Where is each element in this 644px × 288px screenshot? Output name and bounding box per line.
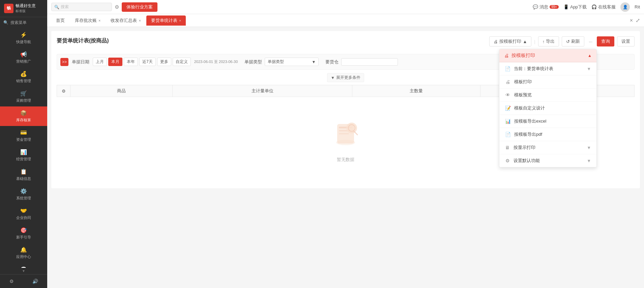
tabbar-actions: × ⤢ bbox=[630, 17, 640, 24]
date-btn-this-year[interactable]: 本年 bbox=[124, 58, 138, 66]
settings-button[interactable]: 设置 bbox=[617, 36, 635, 46]
date-range-display: 2023-06-01 至 2023-06-30 bbox=[194, 59, 238, 64]
sidebar-item-appstore[interactable]: 🔔 应用中心 bbox=[0, 243, 47, 263]
sidebar-bottom: ⚙ 🔊 bbox=[0, 274, 47, 288]
current-template-arrow: ▼ bbox=[587, 66, 591, 71]
more-actions-icon[interactable]: ··· bbox=[587, 37, 594, 46]
print-dropdown-item-export-pdf[interactable]: 📄 按模板导出pdf bbox=[499, 128, 596, 141]
sidebar-scroll-down[interactable]: ▼ bbox=[0, 268, 47, 274]
sidebar-item-marketing[interactable]: 📢 营销推广 bbox=[0, 48, 47, 67]
topbar-gear-icon[interactable]: ⚙ bbox=[115, 4, 119, 10]
app-logo-icon: 畅 bbox=[4, 4, 13, 13]
sidebar-item-operation[interactable]: 📊 经营管理 bbox=[0, 146, 47, 165]
query-button[interactable]: 查询 bbox=[597, 36, 614, 46]
tab-inventory-batch[interactable]: 库存批次账 × bbox=[70, 15, 105, 26]
sidebar-item-inventory[interactable]: 📦 库存核算 bbox=[0, 106, 47, 126]
app-download-item[interactable]: 📱 App下载 bbox=[563, 4, 587, 10]
topbar-search[interactable]: 🔍 搜索 bbox=[51, 3, 112, 11]
query-label: 查询 bbox=[601, 38, 610, 44]
tab-order-stats-close[interactable]: × bbox=[179, 19, 181, 23]
message-label: 消息 bbox=[539, 4, 548, 10]
tab-home[interactable]: 首页 bbox=[51, 15, 69, 26]
sidebar-item-label: 企业协同 bbox=[16, 215, 31, 220]
date-btn-last-month[interactable]: 上月 bbox=[93, 58, 107, 66]
sidebar-item-collab[interactable]: 🤝 企业协同 bbox=[0, 204, 47, 224]
tab-receipt-summary-close[interactable]: × bbox=[139, 19, 141, 23]
message-item[interactable]: 💬 消息 99+ bbox=[533, 4, 559, 10]
print-template-button[interactable]: 🖨 按模板打印 ▲ bbox=[489, 36, 531, 46]
search-icon: 🔍 bbox=[3, 20, 8, 25]
sidebar-item-purchase[interactable]: 🛒 采购管理 bbox=[0, 87, 47, 106]
expand-more-button[interactable]: ▼ 展开更多条件 bbox=[327, 73, 364, 82]
tab-receipt-summary[interactable]: 收发存汇总表 × bbox=[106, 15, 145, 26]
tab-order-stats[interactable]: 要货单统计表 × bbox=[146, 15, 186, 26]
sales-icon: 💰 bbox=[20, 71, 27, 77]
date-btn-7days[interactable]: 近7天 bbox=[139, 58, 156, 66]
print-header-icon: 🖨 bbox=[504, 53, 509, 58]
sidebar-item-label: 系统管理 bbox=[16, 196, 31, 201]
sidebar-item-guide[interactable]: 🎯 新手引导 bbox=[0, 224, 47, 243]
settings-bottom-icon[interactable]: ⚙ bbox=[7, 277, 17, 285]
filter-expand-button[interactable]: >> bbox=[60, 58, 68, 66]
sidebar-item-quick-nav[interactable]: ⚡ 快捷导航 bbox=[0, 28, 47, 48]
date-btn-custom[interactable]: 自定义 bbox=[173, 58, 191, 66]
download-icon: 📱 bbox=[563, 4, 569, 9]
print-current-template[interactable]: 📄 当前：要货单统计表 ▼ bbox=[499, 62, 596, 75]
online-service-item[interactable]: 🎧 在线客服 bbox=[591, 4, 616, 10]
avatar-icon: 👤 bbox=[623, 5, 628, 9]
refresh-label: 刷新 bbox=[571, 38, 580, 44]
tab-close-all-button[interactable]: × bbox=[630, 18, 633, 24]
sidebar-item-system[interactable]: ⚙️ 系统管理 bbox=[0, 185, 47, 204]
date-buttons-group: 上月 本月 本年 近7天 更多 自定义 bbox=[93, 58, 191, 66]
finance-icon: 💳 bbox=[20, 129, 27, 136]
sidebar-item-label: 销售管理 bbox=[16, 78, 31, 84]
sidebar-item-sales[interactable]: 💰 销售管理 bbox=[0, 67, 47, 87]
sidebar-item-finance[interactable]: 💳 资金管理 bbox=[0, 126, 47, 146]
set-default-icon: ⚙ bbox=[505, 158, 510, 163]
date-btn-more[interactable]: 更多 bbox=[157, 58, 171, 66]
topbar-search-text: 搜索 bbox=[61, 4, 69, 10]
online-service-label: 在线客服 bbox=[598, 4, 616, 10]
tab-inventory-batch-close[interactable]: × bbox=[98, 19, 100, 23]
trial-button[interactable]: 体验行业方案 bbox=[122, 2, 157, 12]
print-dropdown-display-print[interactable]: 🖥 按显示打印 ▼ bbox=[499, 141, 596, 154]
print-dropdown-item-template-preview[interactable]: 👁 模板预览 bbox=[499, 89, 596, 102]
bill-type-label: 单据类型 bbox=[244, 59, 262, 65]
template-design-icon: 📝 bbox=[505, 105, 511, 111]
sidebar-item-wecom[interactable]: 💬 企业微信 bbox=[0, 263, 47, 268]
date-btn-this-month[interactable]: 本月 bbox=[108, 58, 122, 66]
export-excel-label: 按模板导出excel bbox=[514, 118, 546, 124]
template-preview-icon: 👁 bbox=[505, 92, 511, 98]
svg-rect-4 bbox=[339, 133, 349, 134]
print-dropdown-collapse-icon[interactable]: ▲ bbox=[588, 53, 592, 58]
current-template-icon: 📄 bbox=[505, 66, 510, 71]
bill-type-placeholder: 单据类型 bbox=[268, 59, 284, 65]
required-goods-input[interactable] bbox=[341, 58, 398, 66]
table-header-product: 商品 bbox=[70, 85, 173, 97]
display-print-arrow: ▼ bbox=[587, 145, 591, 150]
set-default-label: 设置默认功能 bbox=[514, 158, 540, 164]
table-header-settings[interactable]: ⚙ bbox=[57, 85, 70, 97]
sidebar-item-label: 采购管理 bbox=[16, 98, 31, 103]
print-dropdown-set-default[interactable]: ⚙ 设置默认功能 ▼ bbox=[499, 154, 596, 167]
print-dropdown-item-template-design[interactable]: 📝 模板自定义设计 bbox=[499, 102, 596, 115]
bill-type-select[interactable]: 单据类型 ▼ bbox=[265, 58, 319, 66]
print-dropdown-item-export-excel[interactable]: 📊 按模板导出excel bbox=[499, 115, 596, 128]
refresh-icon: ↺ bbox=[566, 39, 570, 44]
marketing-icon: 📢 bbox=[20, 51, 27, 58]
refresh-button[interactable]: ↺ 刷新 bbox=[562, 36, 584, 46]
message-badge: 99+ bbox=[550, 5, 559, 9]
sound-bottom-icon[interactable]: 🔊 bbox=[30, 277, 41, 285]
sidebar-item-basic[interactable]: 📋 基础信息 bbox=[0, 165, 47, 185]
app-name: 畅通好生意 bbox=[16, 3, 36, 9]
user-avatar[interactable]: 👤 bbox=[620, 2, 630, 12]
sidebar-search[interactable]: 🔍 搜索菜单 bbox=[0, 17, 47, 28]
display-print-icon: 🖥 bbox=[505, 145, 510, 150]
export-button[interactable]: ↑ 导出 bbox=[538, 36, 559, 46]
display-print-label: 按显示打印 bbox=[514, 145, 535, 151]
print-dropdown-item-template-print[interactable]: 🖨 模板打印 bbox=[499, 75, 596, 89]
app-download-label: App下载 bbox=[570, 4, 587, 10]
tab-maximize-button[interactable]: ⤢ bbox=[636, 17, 640, 24]
date-filter-label: 单据日期 bbox=[72, 59, 89, 65]
system-icon: ⚙️ bbox=[20, 188, 27, 194]
